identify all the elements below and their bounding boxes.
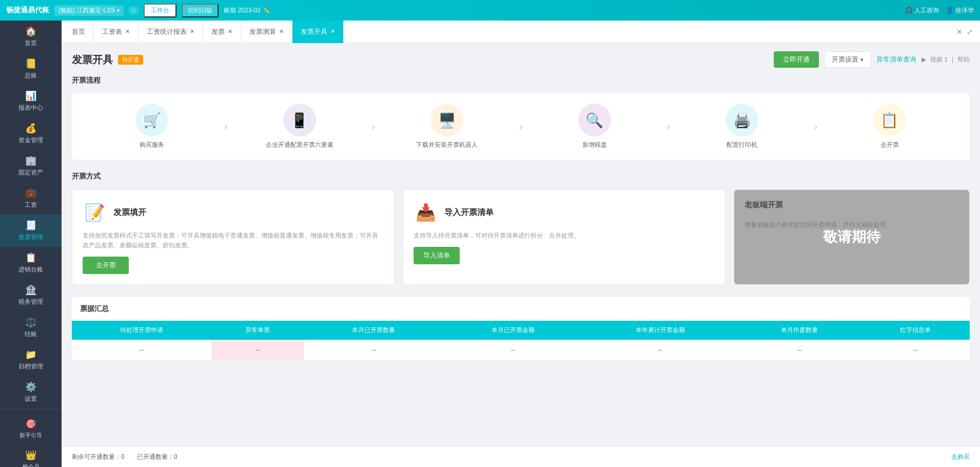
app-logo: 畅捷通易代账	[6, 6, 49, 15]
sidebar-item-label-vip: 畅会员	[23, 463, 40, 467]
sidebar-item-home[interactable]: 🏠 首页	[0, 21, 62, 53]
tab-salary-report[interactable]: 工资统计报表 ✕	[139, 21, 203, 43]
process-step-issue: 📋 去开票	[819, 104, 959, 149]
process-step-config: 📱 企业开通配置开票六要素	[229, 104, 369, 149]
tab-invoice[interactable]: 发票 ✕	[203, 21, 241, 43]
col-amount-month: 本月已开票金额	[443, 321, 583, 340]
process-section-title: 开票流程	[72, 76, 970, 85]
company-selector[interactable]: (勉励) 江西服宝-LSS ▾	[54, 5, 124, 16]
sidebar-item-label-salary: 工资	[25, 201, 37, 209]
sidebar-item-label-tax: 税务管理	[18, 298, 43, 306]
process-steps: 🛒 购买服务 › 📱 企业开通配置开票六要素 › 🖥️ 下载并安装开票机	[72, 93, 970, 160]
ledger-icon: 📒	[25, 58, 36, 69]
fill-card-icon: 📝	[83, 200, 107, 225]
tab-bar-right: ✕ ⤢	[956, 28, 978, 36]
process-step-taxdisk: 🔍 新增税盘	[524, 104, 664, 149]
page-content: 发票开具 待开通 立即开通 开票设置 ▾ 异常清单查询 ▶ 视频 1 | 帮助	[62, 43, 980, 446]
step-arrow-1: ›	[222, 121, 230, 132]
sidebar-item-label-settings: 设置	[25, 395, 37, 403]
tab-invoice-calc[interactable]: 发票测算 ✕	[241, 21, 292, 43]
coming-soon-overlay: 敬请期待	[734, 190, 969, 284]
remain-label: 剩余可开通数量：0	[72, 453, 125, 461]
support-button[interactable]: 🎧 人工咨询	[905, 6, 939, 15]
settings-arrow-icon: ▾	[860, 56, 864, 63]
tab-invoice-calc-close-icon[interactable]: ✕	[279, 28, 284, 35]
import-card-desc: 支持导入待开票清单，可对待开票清单进行拆分、合并处理。	[414, 231, 715, 241]
period-display: 账期 2023-02 ✏️	[224, 6, 270, 15]
sidebar-item-purchase[interactable]: 📋 进销台账	[0, 247, 62, 279]
sidebar-item-ledger[interactable]: 📒 总账	[0, 53, 62, 85]
sidebar-item-funds[interactable]: 💰 资金管理	[0, 118, 62, 150]
tab-invoice-issue[interactable]: 发票开具 ✕	[292, 21, 344, 43]
restore-icon[interactable]: ⤢	[967, 28, 973, 36]
sidebar-item-invoice[interactable]: 🧾 发票管理	[0, 215, 62, 247]
overlay-text: 敬请期待	[823, 227, 880, 247]
sidebar-item-label-funds: 资金管理	[18, 136, 43, 145]
separator: |	[952, 56, 953, 63]
page-title: 发票开具	[72, 53, 113, 67]
assets-icon: 🏢	[25, 155, 36, 166]
header-actions: 立即开通 开票设置 ▾ 异常清单查询 ▶ 视频 1 | 帮助	[774, 51, 970, 68]
company-name: (勉励) 江西服宝-LSS	[58, 6, 115, 15]
sidebar-item-label-reports: 报表中心	[18, 104, 43, 112]
sidebar-item-settlement[interactable]: ⚖️ 结账	[0, 312, 62, 344]
taxdisk-icon: 🔍	[585, 112, 603, 129]
import-card-header: 📥 导入开票清单	[414, 200, 715, 225]
tab-salary[interactable]: 工资表 ✕	[94, 21, 139, 43]
query-button[interactable]: 异常清单查询	[876, 55, 916, 64]
sidebar-item-settings[interactable]: ⚙️ 设置	[0, 376, 62, 408]
period-edit-icon[interactable]: ✏️	[263, 7, 270, 14]
printer-icon: 🖨️	[733, 112, 751, 129]
buy-service-icon: 🛒	[143, 112, 161, 129]
period-label: 账期	[224, 6, 236, 15]
sidebar-item-tax[interactable]: 🏦 税务管理	[0, 279, 62, 312]
cell-abnormal: --	[211, 340, 304, 360]
invoice-methods: 📝 发票填开 支持按照发票样式手工填写开发票；可开具增值税电子普通发票、增值税普…	[72, 189, 970, 285]
col-void-month: 本月作废数量	[737, 321, 861, 340]
tab-invoice-issue-label: 发票开具	[301, 27, 327, 36]
settings-button[interactable]: 开票设置 ▾	[824, 51, 871, 68]
fill-invoice-button[interactable]: 去开票	[83, 257, 129, 274]
tab-invoice-calc-label: 发票测算	[249, 27, 276, 36]
open-now-button[interactable]: 立即开通	[774, 51, 819, 68]
tab-salary-report-close-icon[interactable]: ✕	[190, 28, 194, 35]
opened-label: 已开通数量：0	[137, 453, 178, 461]
close-all-icon[interactable]: ✕	[956, 28, 963, 36]
tab-invoice-close-icon[interactable]: ✕	[228, 28, 232, 35]
import-invoice-button[interactable]: 导入清单	[414, 247, 460, 264]
fill-card-header: 📝 发票填开	[83, 200, 384, 225]
summary-section: 票据汇总 待处理开票申请 异常单票 本月已开票数量 本月已开票金额 本年累计开票…	[72, 297, 970, 360]
tab-salary-close-icon[interactable]: ✕	[125, 28, 130, 35]
summary-table-row: -- -- -- -- -- -- --	[72, 340, 970, 360]
buy-service-icon-wrap: 🛒	[135, 104, 168, 137]
sidebar-item-archive[interactable]: 📁 归档管理	[0, 344, 62, 376]
process-step-download: 🖥️ 下载并安装开票机器人	[377, 104, 517, 149]
sidebar-item-guide[interactable]: 🎯 新手引导	[0, 413, 62, 444]
sidebar-item-reports[interactable]: 📊 报表中心	[0, 85, 62, 118]
sidebar-item-salary[interactable]: 💼 工资	[0, 182, 62, 215]
issue-label: 去开票	[880, 141, 899, 149]
import-card-icon: 📥	[414, 200, 438, 225]
workspace-button[interactable]: 工作台	[144, 4, 177, 17]
help-link[interactable]: 帮助	[957, 55, 970, 64]
period-value: 2023-02	[238, 7, 261, 14]
process-step-printer: 🖨️ 配置打印机	[672, 104, 812, 149]
sidebar: 🏠 首页 📒 总账 📊 报表中心 💰 资金管理 🏢 固定资产 💼 工资 🧾 发票…	[0, 21, 62, 467]
col-amount-year: 本年累计开票金额	[583, 321, 738, 340]
tab-home[interactable]: 首页	[64, 21, 94, 43]
step-arrow-2: ›	[369, 121, 377, 132]
switch-version-button[interactable]: 切到旧版	[182, 4, 219, 17]
go-buy-link[interactable]: 去购买	[951, 453, 970, 461]
config-label: 企业开通配置开票六要素	[266, 141, 334, 149]
tab-invoice-issue-close-icon[interactable]: ✕	[330, 28, 335, 35]
sidebar-item-vip[interactable]: 👑 畅会员	[0, 444, 62, 467]
user-menu[interactable]: 👤 徐泽华	[946, 6, 974, 15]
step-arrow-3: ›	[517, 121, 525, 132]
sidebar-item-assets[interactable]: 🏢 固定资产	[0, 150, 62, 182]
buy-service-label: 购买服务	[140, 141, 164, 149]
fill-card-title: 发票填开	[113, 207, 146, 218]
copy-button[interactable]: □	[129, 6, 139, 14]
method-card-old: 老板端开票 查看老板端小程序提交的开票申请，并作出相应处理。 敬请期待	[734, 189, 970, 285]
purchase-icon: 📋	[25, 252, 36, 263]
sidebar-item-label-archive: 归档管理	[18, 362, 43, 371]
